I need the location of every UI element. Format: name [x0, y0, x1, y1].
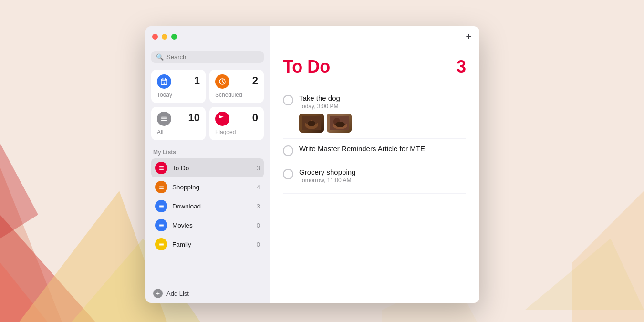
reminder-title-2: Write Master Reminders Article for MTE — [299, 145, 466, 153]
movies-name: Movies — [172, 222, 252, 229]
main-body: To Do 3 Take the dog Today, 3:00 PM — [270, 47, 479, 303]
reminder-checkbox-1[interactable] — [283, 95, 293, 105]
reminder-subtitle-1: Today, 3:00 PM — [299, 103, 466, 110]
my-lists-section: My Lists To Do 3 Shopping 4 Downloa — [145, 149, 270, 284]
shopping-name: Shopping — [172, 184, 252, 191]
download-count: 3 — [257, 203, 260, 210]
add-list-button[interactable]: + Add List — [145, 284, 270, 303]
list-title: To Do — [283, 57, 330, 77]
main-content: + To Do 3 Take the dog Today, 3:00 PM — [270, 26, 479, 303]
reminder-item: Write Master Reminders Article for MTE — [283, 139, 466, 162]
svg-point-42 — [335, 122, 345, 127]
smart-list-today[interactable]: 1 1 Today — [151, 70, 206, 103]
svg-marker-5 — [572, 191, 644, 322]
list-item-download[interactable]: Download 3 — [151, 197, 264, 216]
svg-text:1: 1 — [163, 82, 165, 84]
list-item-movies[interactable]: Movies 0 — [151, 216, 264, 235]
title-bar — [145, 26, 270, 47]
all-label: All — [157, 129, 200, 135]
smart-list-scheduled[interactable]: 2 Scheduled — [209, 70, 264, 103]
minimize-button[interactable] — [162, 34, 167, 40]
list-item-todo[interactable]: To Do 3 — [151, 158, 264, 177]
add-list-icon: + — [153, 289, 163, 298]
reminder-checkbox-2[interactable] — [283, 145, 293, 156]
smart-lists: 1 1 Today 2 Scheduled — [145, 70, 270, 140]
reminder-item: Take the dog Today, 3:00 PM — [283, 88, 466, 139]
flagged-label: Flagged — [215, 129, 258, 135]
svg-marker-6 — [525, 239, 644, 310]
svg-marker-8 — [0, 143, 38, 239]
list-item-shopping[interactable]: Shopping 4 — [151, 177, 264, 197]
reminder-thumb-2 — [327, 114, 352, 133]
movies-count: 0 — [257, 222, 260, 229]
family-count: 0 — [257, 241, 260, 248]
svg-marker-2 — [0, 262, 48, 322]
reminder-item: Grocery shopping Tomorrow, 11:00 AM — [283, 162, 466, 194]
list-item-family[interactable]: Family 0 — [151, 235, 264, 254]
all-count: 10 — [188, 112, 200, 124]
reminder-content-2: Write Master Reminders Article for MTE — [299, 145, 466, 154]
movies-icon — [155, 219, 167, 231]
add-reminder-button[interactable]: + — [466, 31, 472, 42]
sidebar: 🔍 1 1 Today 2 — [145, 26, 270, 303]
reminder-title-1: Take the dog — [299, 94, 466, 102]
scheduled-label: Scheduled — [215, 92, 258, 98]
svg-marker-3 — [19, 191, 167, 322]
my-lists-header: My Lists — [151, 149, 264, 156]
close-button[interactable] — [152, 34, 158, 40]
scheduled-count: 2 — [252, 74, 258, 87]
svg-point-37 — [308, 121, 315, 126]
download-icon — [155, 200, 167, 212]
reminder-content-3: Grocery shopping Tomorrow, 11:00 AM — [299, 168, 466, 187]
svg-marker-1 — [0, 215, 95, 322]
today-count: 1 — [194, 74, 200, 87]
list-total-count: 3 — [457, 57, 466, 77]
search-input[interactable] — [166, 53, 259, 61]
reminder-title-3: Grocery shopping — [299, 168, 466, 176]
app-window: 🔍 1 1 Today 2 — [145, 26, 479, 303]
main-toolbar: + — [270, 26, 479, 47]
add-list-label: Add List — [166, 290, 189, 297]
scheduled-icon — [215, 74, 229, 89]
reminder-thumb-1 — [299, 114, 324, 133]
flagged-count: 0 — [252, 112, 258, 124]
today-label: Today — [157, 92, 200, 98]
family-icon — [155, 238, 167, 250]
reminder-subtitle-3: Tomorrow, 11:00 AM — [299, 177, 466, 184]
family-name: Family — [172, 241, 252, 248]
maximize-button[interactable] — [171, 34, 177, 40]
list-title-row: To Do 3 — [283, 57, 466, 77]
todo-count: 3 — [257, 165, 260, 172]
flagged-icon — [215, 112, 229, 126]
today-icon: 1 — [157, 74, 171, 89]
smart-list-flagged[interactable]: 0 Flagged — [209, 107, 264, 140]
download-name: Download — [172, 203, 252, 210]
search-bar[interactable]: 🔍 — [151, 51, 264, 63]
reminder-checkbox-3[interactable] — [283, 169, 293, 179]
todo-icon — [155, 162, 167, 174]
search-icon: 🔍 — [156, 53, 164, 61]
reminder-content-1: Take the dog Today, 3:00 PM — [299, 94, 466, 133]
todo-name: To Do — [172, 165, 252, 172]
svg-marker-0 — [0, 167, 62, 322]
smart-list-all[interactable]: 10 All — [151, 107, 206, 140]
all-icon — [157, 112, 171, 126]
reminder-images-1 — [299, 114, 466, 133]
shopping-count: 4 — [257, 184, 260, 191]
shopping-icon — [155, 181, 167, 193]
